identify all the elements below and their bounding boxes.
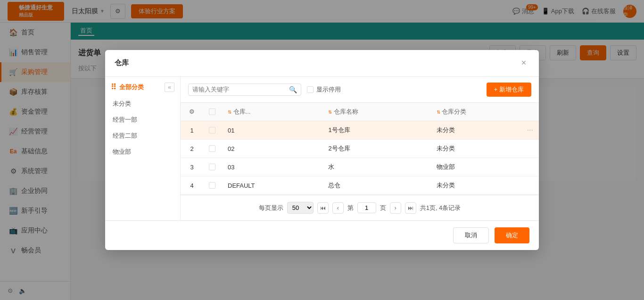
next-page-button[interactable]: › [390, 202, 401, 214]
table-body: 1 01 1号仓库 未分类 ··· [181, 121, 539, 195]
dialog-footer: 取消 确定 [105, 220, 539, 250]
all-categories-button[interactable]: ⠿ 全部分类 [111, 83, 144, 92]
row-checkbox[interactable] [209, 182, 215, 189]
column-settings-icon[interactable]: ⚙ [189, 108, 195, 115]
dialog-close-button[interactable]: × [518, 58, 529, 69]
row-index: 2 [181, 140, 203, 158]
table-panel: 🔍 显示停用 + 新增仓库 ⚙ [181, 77, 539, 221]
warehouse-table: ⚙ ⇅ 仓库... ⇅ [181, 103, 539, 195]
row-code: DEFAULT [222, 176, 322, 195]
prev-page-button[interactable]: ‹ [332, 202, 344, 214]
col-settings: ⚙ [181, 103, 203, 121]
search-icon: 🔍 [289, 86, 297, 93]
row-index: 4 [181, 176, 203, 195]
row-name: 2号仓库 [322, 140, 430, 158]
page-number-input[interactable] [357, 202, 376, 213]
search-input[interactable] [192, 86, 286, 93]
row-checkbox[interactable] [209, 127, 215, 133]
dialog-title: 仓库 [115, 58, 129, 67]
category-header: ⠿ 全部分类 « [105, 83, 180, 96]
dialog-header: 仓库 × [105, 50, 539, 77]
col-name: ⇅ 仓库名称 [322, 103, 430, 121]
warehouse-dialog: 仓库 × ⠿ 全部分类 « 未分类 经营一部 经营二部 物业部 [105, 50, 539, 250]
show-disabled-toggle[interactable]: 显示停用 [307, 85, 341, 94]
confirm-button[interactable]: 确定 [495, 227, 529, 243]
category-item-unclassified[interactable]: 未分类 [105, 96, 180, 112]
category-item-property[interactable]: 物业部 [105, 144, 180, 160]
cancel-button[interactable]: 取消 [453, 227, 489, 243]
sort-icon-cat: ⇅ [437, 109, 440, 115]
row-code: 03 [222, 158, 322, 176]
category-item-dept2[interactable]: 经营二部 [105, 128, 180, 144]
table-header: ⚙ ⇅ 仓库... ⇅ [181, 103, 539, 121]
category-panel: ⠿ 全部分类 « 未分类 经营一部 经营二部 物业部 [105, 77, 181, 221]
row-category: 未分类 ··· [431, 121, 539, 140]
grid-icon: ⠿ [111, 83, 116, 92]
row-name: 总仓 [322, 176, 430, 195]
row-name: 1号仓库 [322, 121, 430, 140]
sort-icon: ⇅ [228, 109, 231, 115]
table-toolbar: 🔍 显示停用 + 新增仓库 [181, 77, 539, 103]
table-row[interactable]: 3 03 水 物业部 [181, 158, 539, 176]
row-checkbox-cell [203, 121, 222, 140]
table-row[interactable]: 2 02 2号仓库 未分类 [181, 140, 539, 158]
search-box: 🔍 [188, 83, 301, 96]
row-checkbox-cell [203, 158, 222, 176]
col-category: ⇅ 仓库分类 [431, 103, 539, 121]
row-checkbox-cell [203, 140, 222, 158]
row-code: 01 [222, 121, 322, 140]
row-checkbox-cell [203, 176, 222, 195]
table-row[interactable]: 1 01 1号仓库 未分类 ··· [181, 121, 539, 140]
row-index: 3 [181, 158, 203, 176]
row-name: 水 [322, 158, 430, 176]
row-checkbox[interactable] [209, 145, 215, 152]
col-checkbox [203, 103, 222, 121]
table-container[interactable]: ⚙ ⇅ 仓库... ⇅ [181, 103, 539, 195]
category-item-dept1[interactable]: 经营一部 [105, 112, 180, 128]
row-code: 02 [222, 140, 322, 158]
show-disabled-checkbox[interactable] [307, 86, 314, 93]
add-warehouse-button[interactable]: + 新增仓库 [487, 83, 531, 97]
first-page-button[interactable]: ⏮ [317, 202, 329, 214]
per-page-select[interactable]: 50 10 20 100 [287, 202, 314, 214]
row-actions-icon[interactable]: ··· [527, 126, 533, 134]
row-category: 未分类 [431, 140, 539, 158]
collapse-button[interactable]: « [165, 83, 174, 92]
col-code: ⇅ 仓库... [222, 103, 322, 121]
last-page-button[interactable]: ⏭ [405, 202, 416, 214]
row-category: 未分类 [431, 176, 539, 195]
modal-overlay[interactable]: 仓库 × ⠿ 全部分类 « 未分类 经营一部 经营二部 物业部 [0, 0, 644, 300]
row-category: 物业部 [431, 158, 539, 176]
row-checkbox[interactable] [209, 164, 215, 170]
table-row[interactable]: 4 DEFAULT 总仓 未分类 [181, 176, 539, 195]
row-index: 1 [181, 121, 203, 140]
sort-icon-name: ⇅ [328, 109, 332, 115]
select-all-checkbox[interactable] [209, 108, 215, 115]
dialog-body: ⠿ 全部分类 « 未分类 经营一部 经营二部 物业部 🔍 [105, 77, 539, 221]
pagination: 每页显示 50 10 20 100 ⏮ ‹ 第 页 › ⏭ 共1页, 4条记录 [181, 195, 539, 220]
